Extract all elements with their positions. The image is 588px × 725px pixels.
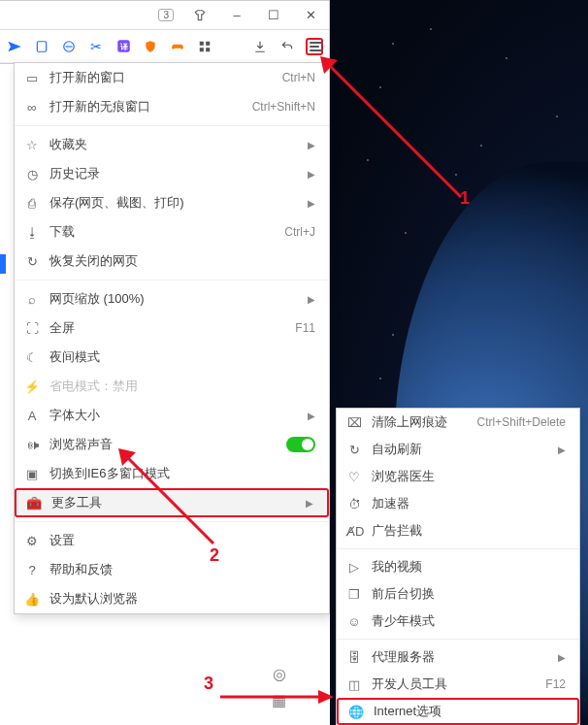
- close-button[interactable]: ✕: [292, 1, 329, 29]
- menu-history-label: 历史记录: [49, 165, 298, 182]
- menu-restore-closed[interactable]: ↻ 恢复关闭的网页: [15, 247, 329, 276]
- skin-icon[interactable]: [181, 1, 218, 29]
- submenu-proxy-server[interactable]: 🗄 代理服务器 ▶: [337, 643, 579, 671]
- main-menu: ▭ 打开新的窗口 Ctrl+N ∞ 打开新的无痕窗口 Ctrl+Shift+N …: [14, 62, 330, 614]
- submenu-browser-doctor[interactable]: ♡ 浏览器医生: [337, 463, 579, 490]
- star-icon: ☆: [24, 138, 40, 152]
- restore-icon: ↻: [24, 254, 40, 269]
- menu-restore-label: 恢复关闭的网页: [49, 252, 315, 270]
- undo-icon[interactable]: [278, 38, 296, 55]
- speaker-icon: 🕪: [24, 438, 40, 452]
- menu-zoom-label: 网页缩放 (100%): [49, 290, 298, 308]
- compass-icon[interactable]: ◎: [272, 665, 286, 683]
- menu-more-tools[interactable]: 🧰 更多工具 ▶: [15, 488, 329, 517]
- corner-icons: ◎ ▦: [272, 665, 286, 709]
- menu-history[interactable]: ◷ 历史记录 ▶: [15, 159, 329, 188]
- toolbox-icon: 🧰: [26, 496, 42, 511]
- qr-icon[interactable]: ▦: [272, 691, 286, 709]
- submenu-adblock[interactable]: A̸D 广告拦截: [337, 517, 579, 544]
- menu-ie6-mode[interactable]: ▣ 切换到IE6多窗口模式: [15, 459, 329, 488]
- submenu-auto-refresh[interactable]: ↻ 自动刷新 ▶: [337, 436, 579, 463]
- submenu-myvideo-label: 我的视频: [372, 558, 566, 576]
- menu-settings[interactable]: ⚙ 设置: [15, 526, 329, 555]
- menu-favorites[interactable]: ☆ 收藏夹 ▶: [15, 130, 329, 159]
- svg-rect-7: [200, 48, 204, 51]
- menu-night-label: 夜间模式: [49, 348, 315, 366]
- menu-downloads-shortcut: Ctrl+J: [284, 225, 315, 239]
- svg-rect-8: [206, 48, 210, 51]
- menu-more-tools-label: 更多工具: [51, 494, 296, 511]
- zoom-icon: ⌕: [24, 292, 40, 307]
- disc-icon[interactable]: [60, 38, 78, 55]
- server-icon: 🗄: [346, 650, 362, 665]
- scissors-icon[interactable]: ✂: [87, 38, 105, 55]
- menu-fullscreen-shortcut: F11: [295, 321, 315, 335]
- submenu-arrow-icon: ▶: [558, 652, 566, 663]
- broom-icon: ⌧: [346, 415, 362, 430]
- thumbs-up-icon: 👍: [24, 592, 40, 607]
- menu-zoom[interactable]: ⌕ 网页缩放 (100%) ▶: [15, 284, 329, 313]
- bolt-icon: ⚡: [24, 379, 40, 394]
- gear-icon: ⚙: [24, 534, 40, 548]
- minimize-button[interactable]: –: [218, 1, 255, 29]
- download-icon[interactable]: [251, 38, 269, 55]
- toolbar: ✂ 译: [0, 30, 329, 63]
- submenu-accelerator[interactable]: ⏱ 加速器: [337, 490, 579, 517]
- gauge-icon: ⏱: [346, 497, 362, 511]
- menu-night-mode[interactable]: ☾ 夜间模式: [15, 343, 329, 372]
- menu-new-window[interactable]: ▭ 打开新的窗口 Ctrl+N: [15, 63, 329, 92]
- sound-toggle[interactable]: [286, 437, 315, 452]
- menu-help[interactable]: ? 帮助和反馈: [15, 555, 329, 584]
- bookmark-icon[interactable]: [33, 38, 50, 55]
- submenu-my-video[interactable]: ▷ 我的视频: [337, 553, 579, 580]
- more-tools-submenu: ⌧ 清除上网痕迹 Ctrl+Shift+Delete ↻ 自动刷新 ▶ ♡ 浏览…: [336, 408, 580, 725]
- submenu-fgbg-switch[interactable]: ❐ 前后台切换: [337, 580, 579, 608]
- submenu-teen-mode[interactable]: ☺ 青少年模式: [337, 608, 579, 635]
- save-icon: ⎙: [24, 196, 40, 211]
- submenu-clear-label: 清除上网痕迹: [372, 413, 468, 431]
- clock-icon: ◷: [24, 167, 40, 181]
- menu-fullscreen[interactable]: ⛶ 全屏 F11: [15, 313, 329, 343]
- menu-new-incognito[interactable]: ∞ 打开新的无痕窗口 Ctrl+Shift+N: [15, 92, 329, 121]
- heart-icon: ♡: [346, 470, 362, 484]
- menu-browser-sound[interactable]: 🕪 浏览器声音: [15, 430, 329, 459]
- menu-set-default-browser[interactable]: 👍 设为默认浏览器: [15, 584, 329, 613]
- submenu-teen-label: 青少年模式: [372, 612, 566, 630]
- tab-count-badge[interactable]: 3: [158, 9, 174, 21]
- menu-new-window-shortcut: Ctrl+N: [282, 71, 315, 84]
- submenu-devtools-label: 开发人员工具: [372, 676, 536, 693]
- svg-rect-0: [37, 41, 46, 51]
- submenu-internet-label: Internet选项: [374, 703, 564, 720]
- svg-text:译: 译: [118, 43, 128, 51]
- windows-icon: ▣: [24, 467, 40, 481]
- submenu-devtools[interactable]: ◫ 开发人员工具 F12: [337, 671, 579, 698]
- menu-fontsize-label: 字体大小: [49, 407, 298, 424]
- menu-button[interactable]: [306, 38, 323, 55]
- submenu-clear-traces[interactable]: ⌧ 清除上网痕迹 Ctrl+Shift+Delete: [337, 409, 579, 436]
- grid-icon[interactable]: [196, 38, 213, 55]
- gamepad-icon[interactable]: [169, 38, 186, 55]
- window-icon: ▭: [24, 71, 40, 85]
- translate-icon[interactable]: 译: [114, 38, 132, 55]
- submenu-adblock-label: 广告拦截: [372, 522, 566, 540]
- layers-icon: ❐: [346, 587, 362, 602]
- menu-separator: [337, 548, 579, 549]
- submenu-internet-options[interactable]: 🌐 Internet选项: [337, 698, 579, 725]
- menu-separator: [337, 639, 579, 640]
- shield-icon[interactable]: [142, 38, 159, 55]
- left-accent-stub: [0, 254, 6, 274]
- submenu-arrow-icon: ▶: [308, 169, 315, 180]
- menu-font-size[interactable]: A 字体大小 ▶: [15, 401, 329, 430]
- menu-save[interactable]: ⎙ 保存(网页、截图、打印) ▶: [15, 188, 329, 217]
- submenu-accel-label: 加速器: [372, 495, 566, 512]
- menu-downloads[interactable]: ⭳ 下载 Ctrl+J: [15, 217, 329, 247]
- menu-help-label: 帮助和反馈: [49, 561, 315, 578]
- help-icon: ?: [24, 563, 40, 577]
- submenu-arrow-icon: ▶: [308, 198, 315, 209]
- submenu-arrow-icon: ▶: [308, 294, 315, 305]
- submenu-fgbg-label: 前后台切换: [372, 585, 566, 603]
- download-icon: ⭳: [24, 225, 40, 240]
- submenu-autorefresh-label: 自动刷新: [372, 441, 548, 458]
- bird-icon[interactable]: [6, 38, 23, 55]
- maximize-button[interactable]: ☐: [255, 1, 292, 29]
